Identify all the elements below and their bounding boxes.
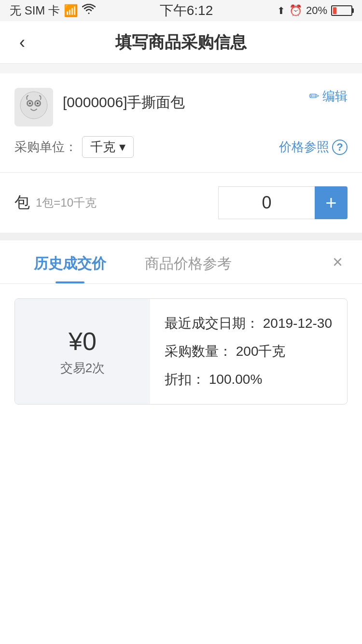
sim-icon: 📶 [64,4,78,17]
product-left: [0000006]手撕面包 [14,88,185,126]
section-divider [0,233,362,240]
svg-point-6 [37,102,39,104]
battery-icon [331,5,352,16]
dropdown-icon: ▾ [119,140,125,154]
tab-close-button[interactable]: × [328,247,348,277]
status-left: 无 SIM 卡 📶 [10,3,96,18]
alarm-icon: ⏰ [289,4,302,17]
price-amount: ¥0 [69,327,97,356]
edit-icon: ✏ [309,89,320,104]
history-content: ¥0 交易2次 最近成交日期： 2019-12-30 采购数量： 200千克 折… [0,284,362,419]
help-icon: ? [332,140,348,155]
tab-price-reference[interactable]: 商品价格参考 [125,240,251,283]
price-card-left: ¥0 交易2次 [15,299,150,404]
product-thumbnail [14,88,53,126]
close-icon: × [333,252,343,272]
price-card-right: 最近成交日期： 2019-12-30 采购数量： 200千克 折扣： 100.0… [150,299,347,404]
quantity-plus-button[interactable]: + [315,186,348,219]
price-card: ¥0 交易2次 最近成交日期： 2019-12-30 采购数量： 200千克 折… [14,298,348,405]
tab-history-price[interactable]: 历史成交价 [14,240,125,283]
tabs-panel: 历史成交价 商品价格参考 × ¥0 交易2次 最近成交日期： 2019-12-3… [0,240,362,419]
unit-big-label: 包 [14,192,30,213]
status-bar: 无 SIM 卡 📶 下午6:12 ⬆ ⏰ 20% [0,0,362,21]
purchase-qty-row: 采购数量： 200千克 [165,341,333,362]
svg-point-0 [20,92,47,119]
plus-icon: + [325,192,336,214]
page-title: 填写商品采购信息 [115,31,247,54]
page-background [0,419,362,644]
unit-label: 采购单位： [14,139,77,155]
quantity-right: + [218,186,348,219]
svg-point-5 [29,102,31,104]
quantity-input[interactable] [218,186,315,219]
product-info: [0000006]手撕面包 [63,88,185,112]
product-logo [19,91,48,124]
recent-date-row: 最近成交日期： 2019-12-30 [165,313,333,334]
product-name: [0000006]手撕面包 [63,88,185,112]
unit-conversion-hint: 1包=10千克 [36,195,97,210]
price-ref-button[interactable]: 价格参照 ? [279,139,348,155]
edit-button[interactable]: ✏ 编辑 [309,88,348,105]
back-button[interactable]: ‹ [14,28,30,57]
product-card: [0000006]手撕面包 ✏ 编辑 采购单位： 千克 ▾ 价格参照 ? [0,73,362,172]
unit-select-dropdown[interactable]: 千克 ▾ [82,136,134,158]
nav-bar: ‹ 填写商品采购信息 [0,21,362,64]
carrier-text: 无 SIM 卡 [10,3,60,18]
product-unit-row: 采购单位： 千克 ▾ 价格参照 ? [14,136,348,158]
price-times: 交易2次 [60,360,105,377]
product-header: [0000006]手撕面包 ✏ 编辑 [14,88,348,126]
tabs-header: 历史成交价 商品价格参考 × [0,240,362,284]
status-right: ⬆ ⏰ 20% [277,4,352,17]
status-time: 下午6:12 [160,1,213,20]
discount-row: 折扣： 100.00% [165,369,333,390]
location-icon: ⬆ [277,5,285,16]
wifi-icon [82,4,96,17]
battery-percent: 20% [306,4,327,17]
quantity-row: 包 1包=10千克 + [0,172,362,233]
quantity-left: 包 1包=10千克 [14,192,97,213]
unit-section: 采购单位： 千克 ▾ [14,136,134,158]
